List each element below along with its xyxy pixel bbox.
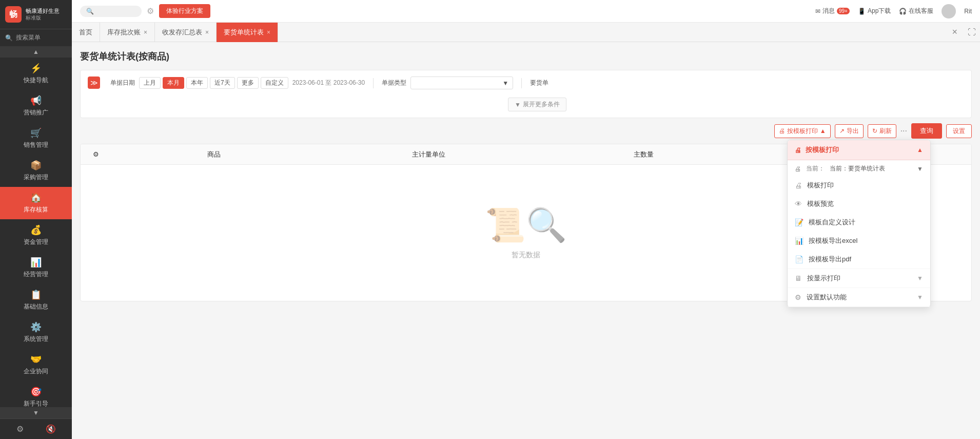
query-button[interactable]: 查询 bbox=[911, 123, 942, 139]
dropdown-item-display-print-label: 按显示打印 bbox=[807, 274, 840, 283]
sidebar-item-collab[interactable]: 🤝 企业协同 bbox=[0, 349, 72, 381]
dropdown-item-default-func[interactable]: ⚙ 设置默认功能 ▼ bbox=[788, 288, 930, 307]
dropdown-item-template-custom-label: 模板自定义设计 bbox=[809, 218, 855, 227]
sidebar-item-label: 库存核算 bbox=[24, 205, 48, 214]
order-type-value bbox=[415, 79, 421, 87]
sales-icon: 🛒 bbox=[30, 127, 42, 139]
dropdown-item-template-excel[interactable]: 📊 按模板导出excel bbox=[788, 232, 930, 250]
settings-footer-btn[interactable]: ⚙ bbox=[16, 424, 24, 434]
sidebar-item-label: 系统管理 bbox=[24, 335, 48, 343]
collab-icon: 🤝 bbox=[30, 354, 42, 365]
sidebar-footer: ⚙ 🔇 bbox=[0, 418, 72, 439]
date-btn-this-month[interactable]: 本月 bbox=[163, 77, 184, 89]
scroll-down-btn[interactable]: ▼ bbox=[0, 407, 72, 418]
export-button[interactable]: ↗ 导出 bbox=[835, 124, 864, 138]
dropdown-item-template-pdf[interactable]: 📄 按模板导出pdf bbox=[788, 250, 930, 269]
online-service-btn[interactable]: 🎧 在线客服 bbox=[899, 7, 933, 15]
sidebar-item-label: 基础信息 bbox=[24, 302, 48, 311]
brand-name: 畅康通好生意 bbox=[26, 7, 60, 14]
filter-bar: ≫ 单据日期 上月 本月 本年 近7天 更多 自定义 2023-06-01 至 … bbox=[80, 70, 972, 118]
filter-expand-btn[interactable]: ≫ bbox=[88, 77, 100, 89]
basic-icon: 📋 bbox=[30, 289, 42, 300]
topbar-search-icon: 🔍 bbox=[86, 8, 94, 15]
sidebar-item-marketing[interactable]: 📢 营销推广 bbox=[0, 90, 72, 122]
sidebar-item-system[interactable]: ⚙️ 系统管理 bbox=[0, 316, 72, 349]
dropdown-collapse-btn[interactable]: ▲ bbox=[917, 146, 923, 154]
dropdown-item-template-preview[interactable]: 👁 模板预览 bbox=[788, 195, 930, 213]
sidebar-item-label: 快捷导航 bbox=[24, 76, 48, 85]
sidebar-item-label: 经营管理 bbox=[24, 270, 48, 279]
date-btn-this-year[interactable]: 本年 bbox=[186, 77, 208, 89]
tab-home[interactable]: 首页 bbox=[72, 23, 100, 42]
sidebar-item-sales[interactable]: 🛒 销售管理 bbox=[0, 122, 72, 155]
main-area: 🔍 ⚙ 体验行业方案 ✉ 消息 99+ 📱 App下载 🎧 在线客服 Rit bbox=[72, 0, 980, 439]
dropdown-item-template-excel-label: 按模板导出excel bbox=[809, 236, 857, 245]
date-btn-last-month[interactable]: 上月 bbox=[139, 77, 161, 89]
dropdown-item-display-print[interactable]: 🖥 按显示打印 ▼ bbox=[788, 269, 930, 288]
printer-icon: 🖨 bbox=[779, 127, 785, 135]
sidebar-item-inventory[interactable]: 🏠 库存核算 bbox=[0, 187, 72, 219]
sidebar-item-label: 采购管理 bbox=[24, 173, 48, 182]
tab-order-stats[interactable]: 要货单统计表 × bbox=[217, 23, 278, 42]
sidebar-header: 畅 畅康通好生意 标准版 bbox=[0, 0, 72, 29]
search-label: 搜索菜单 bbox=[16, 33, 41, 42]
print-button[interactable]: 🖨 按模板打印 ▲ bbox=[774, 124, 831, 138]
expand-more-label: 展开更多条件 bbox=[523, 100, 560, 109]
tab-order-stats-close[interactable]: × bbox=[267, 29, 270, 36]
date-buttons: 上月 本月 本年 近7天 更多 自定义 2023-06-01 至 2023-06… bbox=[139, 77, 365, 89]
print-arrow-up-icon: ▲ bbox=[820, 127, 826, 135]
dropdown-item-template-preview-icon: 👁 bbox=[795, 200, 802, 208]
message-btn[interactable]: ✉ 消息 99+ bbox=[815, 7, 850, 15]
sidebar-item-operation[interactable]: 📊 经营管理 bbox=[0, 252, 72, 284]
sidebar-item-finance[interactable]: 💰 资金管理 bbox=[0, 219, 72, 252]
refresh-label: 刷新 bbox=[879, 127, 892, 136]
date-btn-more[interactable]: 更多 bbox=[237, 77, 259, 89]
dropdown-item-template-custom[interactable]: 📝 模板自定义设计 bbox=[788, 213, 930, 232]
date-btn-custom[interactable]: 自定义 bbox=[261, 77, 288, 89]
expand-more-bar: ▼ 展开更多条件 bbox=[110, 98, 964, 111]
sidebar-item-shortcut[interactable]: ⚡ 快捷导航 bbox=[0, 58, 72, 90]
tab-receipts-summary-close[interactable]: × bbox=[205, 29, 209, 36]
dropdown-item-template-print[interactable]: 🖨 模板打印 bbox=[788, 176, 930, 195]
scroll-up-btn[interactable]: ▲ bbox=[0, 46, 72, 58]
export-icon: ↗ bbox=[839, 127, 845, 135]
tabbar-close-all-btn[interactable]: × bbox=[946, 27, 964, 37]
experience-button[interactable]: 体验行业方案 bbox=[159, 4, 210, 18]
dropdown-item-default-func-label: 设置默认功能 bbox=[807, 293, 847, 302]
sidebar-item-newguide[interactable]: 🎯 新手引导 bbox=[0, 381, 72, 407]
settings-button[interactable]: 设置 bbox=[946, 124, 972, 138]
message-icon: ✉ bbox=[815, 8, 820, 15]
tabbar-expand-btn[interactable]: ⛶ bbox=[964, 28, 980, 37]
refresh-button[interactable]: ↻ 刷新 bbox=[868, 124, 896, 138]
sidebar-item-purchase[interactable]: 📦 采购管理 bbox=[0, 155, 72, 187]
dropdown-item-default-func-icon: ⚙ bbox=[795, 293, 801, 301]
purchase-icon: 📦 bbox=[30, 160, 42, 171]
topbar-search[interactable]: 🔍 bbox=[80, 6, 142, 17]
dropdown-item-template-excel-icon: 📊 bbox=[795, 237, 803, 245]
sidebar-item-basic[interactable]: 📋 基础信息 bbox=[0, 284, 72, 316]
dropdown-current-value: 当前：要货单统计表 bbox=[830, 164, 885, 173]
order-type-select[interactable]: ▼ bbox=[410, 77, 513, 89]
dropdown-item-template-print-icon: 🖨 bbox=[795, 181, 802, 189]
tab-inventory-batch-close[interactable]: × bbox=[144, 29, 147, 36]
app-download-btn[interactable]: 📱 App下载 bbox=[858, 7, 891, 15]
sound-footer-btn[interactable]: 🔇 bbox=[46, 424, 56, 434]
table-col-qty: 主数量 bbox=[536, 150, 751, 159]
table-gear-cell[interactable]: ⚙ bbox=[86, 150, 106, 158]
more-options-btn[interactable]: ··· bbox=[900, 126, 907, 136]
app-download-label: App下载 bbox=[868, 7, 891, 15]
sidebar-logo: 畅 bbox=[5, 6, 22, 23]
topbar-gear-icon[interactable]: ⚙ bbox=[147, 6, 154, 16]
expand-more-btn[interactable]: ▼ 展开更多条件 bbox=[508, 98, 566, 111]
brand-sub: 标准版 bbox=[26, 14, 60, 22]
date-btn-7days[interactable]: 近7天 bbox=[210, 77, 235, 89]
dropdown-current-arrow: ▼ bbox=[917, 165, 923, 173]
chevron-down-icon: ▼ bbox=[515, 101, 521, 108]
avatar[interactable] bbox=[942, 4, 956, 18]
page-title: 要货单统计表(按商品) bbox=[80, 50, 972, 63]
operation-icon: 📊 bbox=[30, 257, 42, 268]
tab-inventory-batch[interactable]: 库存批次账 × bbox=[100, 23, 155, 42]
dropdown-title: 🖨 按模板打印 bbox=[795, 145, 839, 155]
tab-receipts-summary[interactable]: 收发存汇总表 × bbox=[155, 23, 217, 42]
sidebar-search[interactable]: 🔍 搜索菜单 bbox=[0, 29, 72, 46]
